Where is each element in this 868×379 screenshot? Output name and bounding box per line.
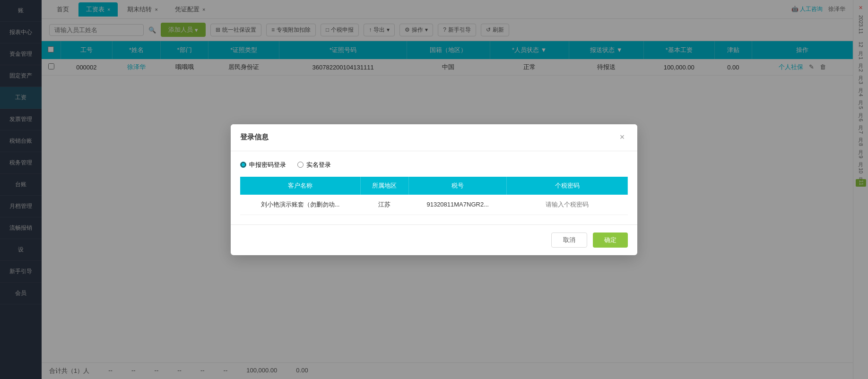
login-type-radio-group: 申报密码登录 实名登录 bbox=[240, 161, 628, 169]
radio-password-input[interactable] bbox=[240, 162, 246, 168]
radio-password-login[interactable]: 申报密码登录 bbox=[240, 161, 286, 169]
login-dialog: 登录信息 × 申报密码登录 实名登录 客户名称 所属地区 bbox=[231, 124, 637, 255]
cell-tax-no: 91320811MA7NGR2... bbox=[409, 195, 507, 215]
col-tax-password: 个税密码 bbox=[507, 177, 628, 195]
dialog-footer: 取消 确定 bbox=[231, 224, 637, 255]
dialog-body: 申报密码登录 实名登录 客户名称 所属地区 税号 个税密码 bbox=[231, 151, 637, 224]
radio-realname-login[interactable]: 实名登录 bbox=[297, 161, 331, 169]
col-client-name: 客户名称 bbox=[240, 177, 360, 195]
dialog-header: 登录信息 × bbox=[231, 124, 637, 151]
col-region: 所属地区 bbox=[360, 177, 409, 195]
cancel-button[interactable]: 取消 bbox=[551, 233, 587, 248]
tax-password-input[interactable] bbox=[512, 201, 622, 208]
col-tax-no: 税号 bbox=[409, 177, 507, 195]
dialog-table-row: 刘小艳演示账套（勿删勿动... 江苏 91320811MA7NGR2... bbox=[240, 195, 628, 215]
cell-region: 江苏 bbox=[360, 195, 409, 215]
dialog-close-button[interactable]: × bbox=[616, 132, 628, 143]
cell-tax-password[interactable] bbox=[507, 195, 628, 215]
dialog-overlay: 登录信息 × 申报密码登录 实名登录 客户名称 所属地区 bbox=[0, 0, 868, 379]
login-info-table: 客户名称 所属地区 税号 个税密码 刘小艳演示账套（勿删勿动... 江苏 913… bbox=[240, 177, 628, 215]
confirm-button[interactable]: 确定 bbox=[593, 233, 628, 248]
radio-realname-input[interactable] bbox=[297, 162, 304, 168]
dialog-title: 登录信息 bbox=[240, 133, 269, 142]
cell-client-name: 刘小艳演示账套（勿删勿动... bbox=[240, 195, 360, 215]
